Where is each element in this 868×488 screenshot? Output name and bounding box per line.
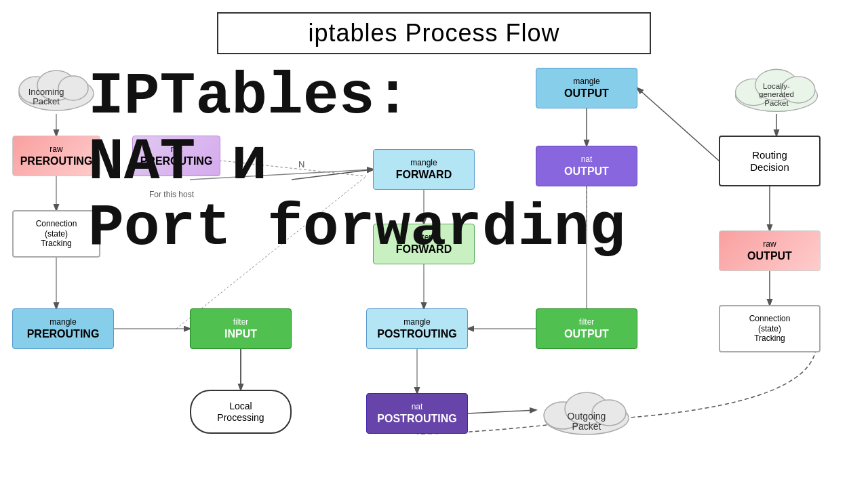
- raw-pre-small: raw: [50, 144, 62, 154]
- svg-line-18: [637, 88, 719, 161]
- box-raw-output: raw OUTPUT: [719, 230, 821, 271]
- raw-out-big: OUTPUT: [747, 249, 792, 262]
- box-conn-track-left: Connection(state)Tracking: [12, 210, 100, 258]
- overlay-line1: IPTables:: [88, 64, 625, 130]
- outgoing-packet-cloud: Outgoing Packet: [536, 383, 637, 437]
- title-text: iptables Process Flow: [308, 19, 559, 47]
- nat-post-small: nat: [412, 402, 423, 411]
- filter-in-big: INPUT: [224, 327, 257, 340]
- mangle-post-small: mangle: [403, 317, 430, 327]
- svg-text:Incoming: Incoming: [28, 87, 64, 97]
- raw-pre-big: PREROUTING: [20, 155, 93, 167]
- overlay-text: IPTables: NAT и Port forwarding: [88, 64, 625, 261]
- raw-out-small: raw: [763, 239, 776, 249]
- nat-post-big: POSTROUTING: [377, 412, 456, 425]
- svg-text:Packet: Packet: [764, 99, 789, 107]
- box-filter-input: filter INPUT: [190, 308, 292, 349]
- box-conn-track-right: Connection(state)Tracking: [719, 305, 821, 352]
- box-mangle-postrouting: mangle POSTROUTING: [366, 308, 468, 349]
- incoming-packet-cloud: Incoming Packet: [12, 60, 100, 114]
- box-local-processing: LocalProcessing: [190, 390, 292, 434]
- box-filter-output: filter OUTPUT: [536, 308, 637, 349]
- svg-text:Outgoing: Outgoing: [568, 411, 606, 422]
- mangle-pre-small: mangle: [50, 317, 76, 327]
- svg-text:Packet: Packet: [572, 421, 601, 432]
- locally-generated-cloud: Locally- generated Packet: [726, 60, 827, 114]
- svg-text:Locally-: Locally-: [763, 82, 790, 90]
- filter-out-small: filter: [579, 317, 595, 327]
- svg-line-10: [468, 410, 536, 413]
- title-box: iptables Process Flow: [217, 12, 651, 54]
- box-mangle-prerouting: mangle PREROUTING: [12, 308, 114, 349]
- routing-decision-label: RoutingDecision: [750, 149, 789, 174]
- filter-out-big: OUTPUT: [564, 327, 609, 340]
- svg-text:Packet: Packet: [33, 96, 60, 106]
- box-nat-postrouting: nat POSTROUTING: [366, 393, 468, 434]
- conn-track-right-label: Connection(state)Tracking: [749, 314, 791, 343]
- diagram-container: iptables Process Flow: [0, 0, 868, 488]
- conn-track-left-label: Connection(state)Tracking: [36, 219, 77, 248]
- box-routing-decision: RoutingDecision: [719, 136, 821, 186]
- filter-in-small: filter: [233, 317, 249, 327]
- overlay-line3: Port forwarding: [88, 196, 625, 262]
- mangle-post-big: POSTROUTING: [377, 327, 456, 340]
- mangle-pre-big: PREROUTING: [27, 327, 100, 340]
- overlay-line2: NAT и: [88, 130, 625, 196]
- svg-text:generated: generated: [759, 90, 794, 98]
- box-raw-prerouting: raw PREROUTING: [12, 136, 100, 176]
- local-proc-label: LocalProcessing: [217, 401, 264, 424]
